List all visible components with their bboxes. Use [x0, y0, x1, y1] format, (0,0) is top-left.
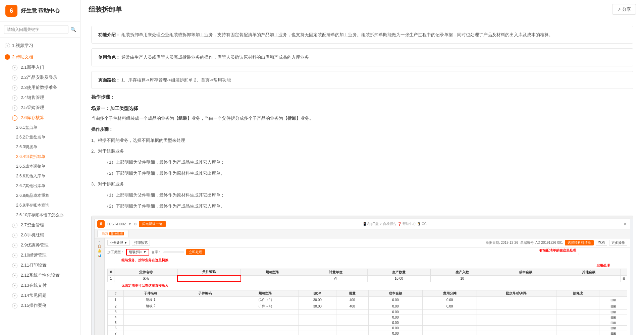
- sidebar-item-finance[interactable]: + 2.7资金管理: [0, 220, 80, 230]
- td-c-alloc1: 0.00: [423, 297, 477, 303]
- sidebar-item-data-label: 2.3使用前数据准备: [21, 85, 57, 90]
- app-btn-more[interactable]: 更多操作: [609, 240, 627, 246]
- plus-icon-sales: +: [12, 95, 17, 101]
- td-c-use6: [336, 326, 368, 331]
- sidebar-nav: + 1.视频学习 − 2.帮助文档 + 2.1新手入门 + 2.2产品安装及登录: [0, 38, 80, 335]
- sidebar-item-data[interactable]: + 2.3使用前数据准备: [0, 82, 80, 93]
- search-icon[interactable]: 🔍: [70, 27, 76, 32]
- app-type-select[interactable]: 组装拆卸 ▼: [126, 249, 149, 256]
- td-in: 10: [431, 275, 494, 282]
- app-nav-icon-4[interactable]: 📊: [98, 254, 101, 257]
- sidebar-item-coupon[interactable]: + 2.9优惠券管理: [0, 240, 80, 250]
- td-c-op2[interactable]: ⊟⊞: [599, 303, 627, 310]
- td-c-op1[interactable]: ⊟⊞: [599, 297, 627, 303]
- td-c-cost6: 0.00: [368, 326, 423, 331]
- plus-icon-mobile: +: [12, 233, 17, 238]
- sidebar-item-print[interactable]: + 2.11打印设置: [0, 260, 80, 270]
- sidebar-item-ops[interactable]: + 2.10经营管理: [0, 250, 80, 260]
- search-input[interactable]: [4, 25, 68, 34]
- th-child-code: 子件编码: [178, 290, 232, 297]
- td-c-alloc4: [423, 315, 477, 320]
- annotation4-text: 无固定清单可以在这里直接录入: [105, 283, 630, 289]
- child-table: # 子件名称 子件编码 规格型号 BOM 用量 成本金额 费用分摊: [107, 290, 627, 335]
- annotation1-text: 有装配清单的在这里处理: [539, 248, 576, 253]
- app-tab-docs[interactable]: 自营 新增单据: [97, 230, 128, 237]
- steps-label: 操作步骤：: [91, 125, 633, 134]
- td-code: [177, 275, 241, 282]
- td-c-loss3: [556, 310, 599, 315]
- func-intro-text: 组装拆卸单用来处理企业组装或拆卸等加工业务，支持有固定装配清单的产品加工业务，也…: [121, 32, 553, 37]
- search-bar[interactable]: 🔍: [0, 22, 80, 38]
- child-table-row-6: 6 0.00: [108, 326, 627, 331]
- sidebar-item-sales[interactable]: + 2.4销售管理: [0, 93, 80, 103]
- td-c-code7: [178, 331, 232, 335]
- plus-icon-system: +: [12, 273, 17, 278]
- share-icon: ↗: [617, 7, 621, 12]
- plus-icon-data: +: [12, 85, 17, 91]
- td-name: 床头: [114, 275, 178, 282]
- td-c-bom7: [299, 331, 336, 335]
- th-cost: 成本金额: [494, 269, 557, 276]
- sidebar-item-partialtake[interactable]: 2.6.2分量盘点单: [0, 132, 80, 142]
- sidebar-item-system[interactable]: + 2.12系统个性化设置: [0, 270, 80, 280]
- td-c-loss6: [556, 326, 599, 331]
- td-c-use3: [336, 310, 368, 315]
- plus-icon-faq: +: [12, 293, 17, 298]
- app-new-order-btn[interactable]: 闪电新建一笔: [139, 221, 166, 227]
- sidebar-item-video-label: 1.视频学习: [12, 43, 33, 49]
- td-c-alloc3: [423, 310, 477, 315]
- td-c-name3: [124, 310, 178, 315]
- sidebar-item-video[interactable]: + 1.视频学习: [0, 40, 80, 51]
- share-button[interactable]: ↗ 分享: [612, 4, 636, 15]
- app-btn-action2[interactable]: 打印预览: [132, 240, 150, 246]
- sidebar-item-cases[interactable]: + 2.15操作案例: [0, 300, 80, 311]
- app-close-icon[interactable]: ✕: [623, 221, 627, 227]
- td-c-alloc7: [423, 331, 477, 335]
- sidebar-item-faq[interactable]: + 2.14常见问题: [0, 290, 80, 300]
- sidebar-item-mobile[interactable]: + 2.8手机旺铺: [0, 230, 80, 240]
- sidebar-item-assembly[interactable]: 2.6.4组装拆卸单: [0, 152, 80, 162]
- sidebar-item-ledgererr[interactable]: 2.6.10库存账本错了怎么办: [0, 210, 80, 220]
- app-form-no: 单据编号: AD-20191226-001: [520, 240, 563, 245]
- sidebar-item-purchase[interactable]: + 2.5采购管理: [0, 103, 80, 113]
- sidebar-item-docs[interactable]: − 2.帮助文档: [0, 52, 80, 62]
- sidebar-item-inventory[interactable]: − 2.6库存核算: [0, 113, 80, 123]
- scene1-desc-text2: 业务，当由一个父件拆分成多个子产品的业务为: [192, 116, 283, 121]
- app-btn-save[interactable]: 存档: [596, 240, 607, 246]
- sidebar-item-costcalc[interactable]: 2.6.8商品成本重算: [0, 191, 80, 201]
- table-row: 1 床头 件 10.00 10: [108, 275, 627, 282]
- sidebar-item-onlinepay[interactable]: + 2.13在线支付: [0, 280, 80, 290]
- td-c-op4[interactable]: ⊟⊞: [599, 315, 627, 320]
- role-text: 通常由生产人员或库管人员完成拆装业务的操作，库管人员确认原材料的出库和产成品的入…: [121, 55, 309, 60]
- app-nav-icon-3[interactable]: 🔔: [98, 249, 101, 253]
- app-confirm-btn[interactable]: 立即处理: [186, 249, 205, 255]
- td-c-name7: [124, 331, 178, 335]
- td-c-op3[interactable]: ⊟⊞: [599, 310, 627, 315]
- sidebar-item-costadj[interactable]: 2.6.5成本调整单: [0, 162, 80, 171]
- sidebar-item-transfer[interactable]: 2.6.3调拨单: [0, 142, 80, 152]
- td-op-btn[interactable]: ⊞: [621, 275, 627, 282]
- td-c-op5[interactable]: ⊟⊞: [599, 320, 627, 326]
- sidebar-item-otherin[interactable]: 2.6.6其他入库单: [0, 171, 80, 181]
- sidebar-item-stocktake[interactable]: 2.6.1盘点单: [0, 123, 80, 132]
- sidebar-item-otherout[interactable]: 2.6.7其他出库单: [0, 181, 80, 191]
- sidebar-item-install[interactable]: + 2.2产品安装及登录: [0, 72, 80, 82]
- app-warehouse-input[interactable]: [163, 252, 184, 253]
- sidebar-item-newbie[interactable]: + 2.1新手入门: [0, 62, 80, 72]
- sidebar-item-inventory-label: 2.6库存核算: [21, 115, 44, 120]
- app-select-bom-btn[interactable]: 选择转科料清单: [565, 240, 594, 245]
- th-unit: 计量单位: [304, 269, 367, 276]
- td-c-op6[interactable]: ⊟⊞: [599, 326, 627, 331]
- td-c-op7[interactable]: ⊟⊞: [599, 331, 627, 335]
- assemble-label: 【组装】: [174, 116, 192, 121]
- sidebar-item-ledgerquery[interactable]: 2.6.9库存账本查询: [0, 201, 80, 210]
- parent-table: # 父件名称 父件编码 规格型号 计量单位 生产数量 生产入数 成本金额: [107, 269, 627, 282]
- th-alloc: 费用分摊: [423, 290, 477, 297]
- app-nav-icon-2[interactable]: 📋: [98, 244, 101, 248]
- app-nav-icon-1[interactable]: ≡: [99, 240, 100, 243]
- app-btn-action1[interactable]: 业务处理 ▼: [107, 240, 130, 246]
- scene1-desc: 当由多个子件材料组装成一个成品的业务为【组装】业务，当由一个父件拆分成多个子产品…: [91, 114, 633, 123]
- steps-title: 操作步骤：: [91, 94, 633, 100]
- td-c-bom2: 30.00: [299, 303, 336, 310]
- td-c-bom1: 30.00: [299, 297, 336, 303]
